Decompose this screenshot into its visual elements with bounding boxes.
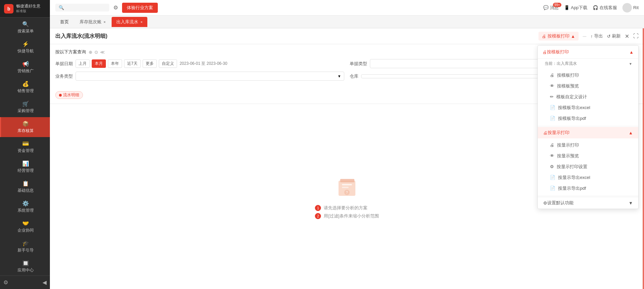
dropdown-item-template-export-pdf[interactable]: 📄按模板导出pdf — [538, 113, 638, 124]
dropdown-item-label-template-preview: 按模板预览 — [557, 83, 579, 88]
chevron-up-icon: ▲ — [571, 34, 575, 39]
add-condition-icon[interactable]: ⊕ — [89, 50, 92, 55]
sidebar-label-marketing: 营销推广 — [18, 68, 34, 74]
template-print-button[interactable]: 🖨 按模板打印 ▲ — [538, 32, 579, 41]
resize-handle[interactable] — [643, 28, 644, 289]
sidebar-icon-app-center: 🔲 — [22, 260, 29, 266]
dropdown-item-template-preview[interactable]: 👁按模板预览 — [538, 81, 638, 91]
search-header-icons: ⊕ ⊙ ≪ — [89, 50, 105, 55]
template-print-dropdown: 🖨 按模板打印 ▲ 当前：出入库流水 ▾ 🖨按模板打印👁按模板预览✏模板自定义设… — [537, 45, 639, 209]
dropdown-display-item-display-preview[interactable]: 👁按显示预览 — [538, 151, 638, 161]
dropdown-display-section-header[interactable]: 🖨 按显示打印 ▲ — [538, 127, 638, 138]
user-profile[interactable]: Rit — [622, 3, 639, 12]
dropdown-item-label-template-custom: 模板自定义设计 — [556, 94, 587, 99]
filter-tag[interactable]: 流水明细 — [55, 91, 83, 99]
date-btn-自定义[interactable]: 自定义 — [159, 59, 177, 68]
dropdown-display-item-display-export-pdf[interactable]: 📄按显示导出pdf — [538, 183, 638, 194]
dropdown-item-template-custom[interactable]: ✏模板自定义设计 — [538, 91, 638, 102]
refresh-button[interactable]: ↺ 刷新 — [607, 33, 621, 39]
dropdown-divider-2 — [538, 196, 638, 196]
maximize-window-button[interactable]: ⛶ — [633, 33, 639, 39]
date-btn-本月[interactable]: 本月 — [92, 59, 106, 68]
business-type-label: 业务类型 — [55, 73, 73, 79]
collapse-condition-icon[interactable]: ≪ — [100, 50, 105, 55]
business-type-select[interactable]: ▾ — [76, 72, 344, 81]
tab-flow-detail[interactable]: 出入库流水× — [112, 17, 147, 27]
dropdown-item-template-print[interactable]: 🖨按模板打印 — [538, 70, 638, 81]
sidebar-item-guide[interactable]: 🎓新手引导 — [0, 237, 50, 257]
sidebar-item-inventory[interactable]: 📦库存核算 — [0, 117, 50, 137]
display-item-label-display-print-settings: 按显示打印设置 — [557, 164, 587, 169]
dropdown-display-item-display-print[interactable]: 🖨按显示打印 — [538, 140, 638, 151]
app-edition: 标准版 — [16, 9, 40, 14]
footer-arrow: ▼ — [628, 201, 633, 206]
header-search-input[interactable] — [64, 5, 105, 10]
header-settings-icon[interactable]: ⚙ — [113, 4, 118, 11]
sidebar-item-purchase[interactable]: 🛒采购管理 — [0, 97, 50, 117]
display-section-icon: 🖨 — [543, 130, 548, 135]
app-name: 畅捷通好生意 — [16, 4, 40, 9]
close-window-button[interactable]: ✕ — [625, 33, 629, 40]
tag-dot — [59, 94, 62, 97]
collapse-sidebar-icon[interactable]: ◀ — [42, 279, 47, 286]
sidebar-item-operations[interactable]: 📊经营管理 — [0, 157, 50, 177]
warehouse-label: 仓库 — [350, 73, 358, 79]
sidebar-item-sales[interactable]: 💰销售管理 — [0, 77, 50, 97]
app-download-button[interactable]: 📱 App下载 — [564, 5, 587, 11]
display-section-arrow: ▲ — [628, 130, 633, 135]
date-btn-本年[interactable]: 本年 — [108, 59, 122, 68]
date-btn-更多[interactable]: 更多 — [143, 59, 157, 68]
phone-icon: 📱 — [564, 5, 569, 10]
sidebar-icon-marketing: 📢 — [22, 61, 29, 67]
sidebar-item-marketing[interactable]: 📢营销推广 — [0, 57, 50, 77]
dropdown-template-section: 🖨按模板打印👁按模板预览✏模板自定义设计📄按模板导出excel📄按模板导出pdf — [538, 69, 638, 125]
industry-solution-button[interactable]: 体验行业方案 — [122, 3, 158, 13]
date-btn-上月[interactable]: 上月 — [76, 59, 90, 68]
date-range-text: 2023-06-01 至 2023-06-30 — [180, 61, 227, 67]
svg-rect-3 — [342, 187, 349, 188]
dropdown-item-template-export-excel[interactable]: 📄按模板导出excel — [538, 102, 638, 113]
empty-step-1: 1 请先选择要分析的方案 — [315, 205, 379, 211]
sidebar-icon-operations: 📊 — [22, 160, 29, 167]
settings-condition-icon[interactable]: ⊙ — [94, 50, 98, 55]
message-button[interactable]: 💬 消息 99+ — [543, 5, 559, 11]
customer-service-button[interactable]: 🎧 在线客服 — [593, 5, 617, 11]
dropdown-arrow-up[interactable]: ▲ — [629, 50, 634, 55]
dropdown-item-label-template-print: 按模板打印 — [557, 73, 579, 78]
more-options-icon[interactable]: ··· — [583, 33, 587, 39]
sidebar-label-guide: 新手引导 — [18, 247, 34, 253]
sidebar-item-system[interactable]: ⚙️系统管理 — [0, 197, 50, 217]
tab-close-batch-account[interactable]: × — [104, 20, 106, 24]
dropdown-current-arrow: ▾ — [630, 61, 632, 66]
user-avatar — [622, 3, 632, 12]
sidebar-item-app-center[interactable]: 🔲应用中心 — [0, 257, 50, 275]
settings-bottom-icon[interactable]: ⚙ — [3, 279, 8, 286]
app-logo: b 畅捷通好生意 标准版 — [0, 0, 50, 18]
sidebar-item-basic[interactable]: 📋基础信息 — [0, 177, 50, 197]
tab-close-flow-detail[interactable]: × — [140, 20, 142, 24]
headset-icon: 🎧 — [593, 5, 598, 10]
sidebar-item-enterprise[interactable]: 🤝企业协同 — [0, 217, 50, 237]
header-left: 🔍 ⚙ 体验行业方案 — [55, 3, 158, 13]
sidebar-item-finance[interactable]: 💳资金管理 — [0, 137, 50, 157]
dropdown-display-item-display-export-excel[interactable]: 📄按显示导出excel — [538, 172, 638, 183]
sidebar-icon-finance: 💳 — [22, 140, 29, 147]
dropdown-display-item-display-print-settings[interactable]: ⚙按显示打印设置 — [538, 161, 638, 172]
sidebar-bottom: ⚙ ◀ — [0, 275, 50, 289]
dropdown-item-icon-template-custom: ✏ — [550, 94, 554, 99]
sidebar-item-search[interactable]: 🔍搜索菜单 — [0, 18, 50, 37]
step-1-num: 1 — [315, 205, 321, 211]
step-2-num: 2 — [315, 213, 321, 219]
tab-home[interactable]: 首页 — [55, 17, 74, 27]
dropdown-footer[interactable]: ⚙ 设置默认功能 ▼ — [538, 197, 638, 209]
message-badge: 99+ — [553, 3, 561, 7]
tab-batch-account[interactable]: 库存批次账× — [75, 17, 110, 27]
dropdown-current-label: 当前：出入库流水 — [545, 61, 577, 67]
display-item-icon-display-print-settings: ⚙ — [550, 164, 554, 169]
export-button[interactable]: ↑ 导出 — [591, 33, 603, 39]
display-item-icon-display-export-excel: 📄 — [550, 175, 555, 180]
date-btn-近7天[interactable]: 近7天 — [124, 59, 141, 68]
sidebar-icon-quick-nav: ⚡ — [22, 41, 29, 47]
display-item-icon-display-export-pdf: 📄 — [550, 186, 555, 191]
sidebar-item-quick-nav[interactable]: ⚡快捷导航 — [0, 37, 50, 57]
